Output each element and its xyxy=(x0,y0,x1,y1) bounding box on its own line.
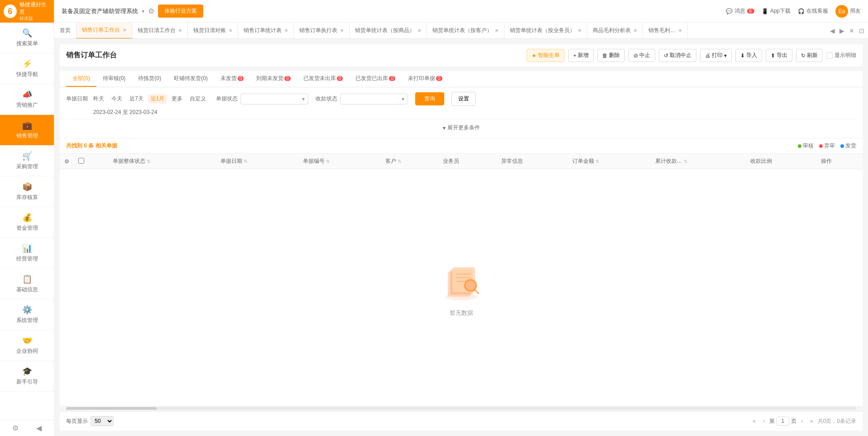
col-doc-date[interactable]: 单据日期⇅ xyxy=(216,154,298,169)
tab-sales-workbench[interactable]: 销售订单工作台 ✕ xyxy=(77,23,132,39)
preset-yesterday[interactable]: 昨天 xyxy=(91,94,107,104)
batch-review-btn[interactable]: 审核 xyxy=(798,142,814,150)
preset-1month[interactable]: 近1月 xyxy=(148,94,168,104)
show-detail-toggle[interactable]: 显示明细 xyxy=(826,52,856,59)
tab-close-cash-reconcile[interactable]: ✕ xyxy=(229,28,232,33)
print-btn[interactable]: 🖨 打印 ▾ xyxy=(700,49,732,62)
preset-more[interactable]: 更多 xyxy=(169,94,185,104)
export-btn[interactable]: ⬆ 导出 xyxy=(766,49,792,62)
system-settings-btn[interactable]: ⚙ xyxy=(148,7,154,15)
preset-custom[interactable]: 自定义 xyxy=(187,94,209,104)
first-page-btn[interactable]: « xyxy=(750,417,758,425)
tab-cash-daily[interactable]: 钱货日清工作台 ✕ xyxy=(132,23,188,39)
col-checkbox[interactable] xyxy=(74,154,108,169)
last-page-btn[interactable]: » xyxy=(807,417,816,425)
user-menu-btn[interactable]: Ea 用友 xyxy=(835,5,861,18)
tab-sales-customer[interactable]: 销货单统计表（按客户） ✕ xyxy=(427,23,504,39)
preset-7days[interactable]: 近7天 xyxy=(127,94,146,104)
col-order-amount[interactable]: 订单金额⇅ xyxy=(568,154,650,169)
tab-close-sales-exec[interactable]: ✕ xyxy=(340,28,344,33)
sidebar-item-search[interactable]: 🔍 搜索菜单 xyxy=(0,23,54,53)
sidebar-item-sales[interactable]: 💼 销售管理 xyxy=(0,115,54,146)
sidebar-item-purchase[interactable]: 🛒 采购管理 xyxy=(0,146,54,176)
message-btn[interactable]: 💬 消息 6 xyxy=(726,7,754,15)
col-customer[interactable]: 客户⇅ xyxy=(381,154,438,169)
tab-maximize-btn[interactable]: ⊡ xyxy=(857,27,866,34)
sidebar-item-marketing[interactable]: 📣 营销推广 xyxy=(0,84,54,115)
sidebar-item-guide[interactable]: 🎓 新手引导 xyxy=(0,361,54,392)
industry-btn[interactable]: 体验行业方案 xyxy=(158,5,203,18)
tab-cash-reconcile[interactable]: 钱货日清对账 ✕ xyxy=(188,23,238,39)
col-doc-number[interactable]: 单据编号⇅ xyxy=(298,154,381,169)
preset-today[interactable]: 今天 xyxy=(109,94,125,104)
tab-prev-btn[interactable]: ◀ xyxy=(828,27,837,34)
tab-gross-margin[interactable]: 商品毛利分析表 ✕ xyxy=(587,23,643,39)
payment-select[interactable] xyxy=(340,94,408,104)
filter-tab-shipped-out[interactable]: 已发货已出库0 xyxy=(349,71,402,87)
batch-unreviewed-btn[interactable]: 弃审 xyxy=(819,142,835,150)
scroll-thumb[interactable] xyxy=(66,407,157,410)
show-detail-checkbox[interactable] xyxy=(826,52,833,59)
batch-ship-btn[interactable]: 发货 xyxy=(840,142,856,150)
tab-sales-stats[interactable]: 销售订单统计表 ✕ xyxy=(238,23,294,39)
setting-btn[interactable]: 设置 xyxy=(451,92,476,106)
sidebar-item-basic-info[interactable]: 📋 基础信息 xyxy=(0,269,54,299)
cancel-stop-btn[interactable]: ↺ 取消中止 xyxy=(659,49,696,62)
add-btn[interactable]: + 新增 xyxy=(568,49,594,62)
col-cumulative-payment[interactable]: 累计收款…⇅ xyxy=(651,154,746,169)
select-all-checkbox[interactable] xyxy=(78,158,84,164)
smart-order-btn[interactable]: ★ 智能生单 xyxy=(527,49,565,62)
col-setting[interactable]: ⚙ xyxy=(60,154,74,169)
app-download-btn[interactable]: 📱 App下载 xyxy=(762,7,791,15)
tab-sales-exec[interactable]: 销售订单执行表 ✕ xyxy=(294,23,350,39)
filter-tab-overdue[interactable]: 到期未发货0 xyxy=(250,71,297,87)
sidebar-item-operations[interactable]: 📊 经营管理 xyxy=(0,238,54,269)
filter-tab-shipped-not-out[interactable]: 已发货未出库0 xyxy=(297,71,350,87)
expand-more-btn[interactable]: ▾ 展开更多条件 xyxy=(439,122,484,133)
sidebar-item-system[interactable]: ⚙️ 系统管理 xyxy=(0,299,54,330)
tab-close-sales-customer[interactable]: ✕ xyxy=(495,28,499,33)
tab-close-sales-stats[interactable]: ✕ xyxy=(284,28,288,33)
sidebar-item-quick-nav[interactable]: ⚡ 快捷导航 xyxy=(0,53,54,84)
scroll-track[interactable] xyxy=(66,407,856,410)
filter-tab-all[interactable]: 全部(0) xyxy=(66,71,96,87)
online-service-btn[interactable]: 🎧 在线客服 xyxy=(798,7,828,15)
import-btn[interactable]: ⬇ 导入 xyxy=(735,49,762,62)
filter-tab-shop-pending[interactable]: 旺铺待发货(0) xyxy=(168,71,214,87)
sidebar-item-enterprise[interactable]: 🤝 企业协同 xyxy=(0,330,54,361)
tab-close-cash-daily[interactable]: ✕ xyxy=(178,28,182,33)
next-page-btn[interactable]: › xyxy=(798,417,806,425)
tab-close-sales-margin[interactable]: ✕ xyxy=(678,28,682,33)
sidebar-item-inventory[interactable]: 📦 库存核算 xyxy=(0,176,54,207)
tab-sales-margin[interactable]: 销售毛利… ✕ xyxy=(643,23,688,39)
collapse-sidebar-btn[interactable]: ◀ xyxy=(36,424,42,432)
tab-sales-product[interactable]: 销货单统计表（按商品） ✕ xyxy=(350,23,427,39)
col-salesperson[interactable]: 业务员 xyxy=(438,154,497,169)
filter-tab-unprinted[interactable]: 未打印单据0 xyxy=(402,71,449,87)
stop-btn[interactable]: ⊘ 中止 xyxy=(628,49,655,62)
prev-page-btn[interactable]: ‹ xyxy=(760,417,767,425)
tab-close-sales-product[interactable]: ✕ xyxy=(417,28,421,33)
sidebar-item-finance[interactable]: 💰 资金管理 xyxy=(0,207,54,238)
status-select[interactable] xyxy=(240,94,308,104)
tab-sales-staff[interactable]: 销货单统计表（按业务员） ✕ xyxy=(504,23,587,39)
query-btn[interactable]: 查询 xyxy=(415,92,444,105)
tab-close-all-btn[interactable]: ✕ xyxy=(847,27,856,34)
tab-next-btn[interactable]: ▶ xyxy=(838,27,846,34)
delete-btn[interactable]: 🗑 删除 xyxy=(597,49,625,62)
per-page-select[interactable]: 10 20 50 100 xyxy=(91,416,114,426)
tab-close-sales-staff[interactable]: ✕ xyxy=(578,28,581,33)
filter-tab-pending-review[interactable]: 待审核(0) xyxy=(96,71,132,87)
filter-tab-unshipped[interactable]: 未发货0 xyxy=(214,71,250,87)
print-dropdown-icon[interactable]: ▾ xyxy=(724,52,727,59)
scroll-bar-area[interactable] xyxy=(60,406,863,411)
col-doc-status[interactable]: 单据整体状态⇅ xyxy=(108,154,216,169)
tab-home[interactable]: 首页 xyxy=(54,23,77,39)
col-abnormal[interactable]: 异常信息 xyxy=(497,154,568,169)
current-page-input[interactable]: 1 xyxy=(777,417,789,426)
tab-close-gross-margin[interactable]: ✕ xyxy=(633,28,637,33)
filter-tab-pending-pick[interactable]: 待拣货(0) xyxy=(132,71,168,87)
settings-bottom-icon[interactable]: ⚙ xyxy=(12,424,19,432)
system-dropdown-btn[interactable]: ▾ xyxy=(142,8,144,14)
tab-close-sales-workbench[interactable]: ✕ xyxy=(123,28,126,33)
